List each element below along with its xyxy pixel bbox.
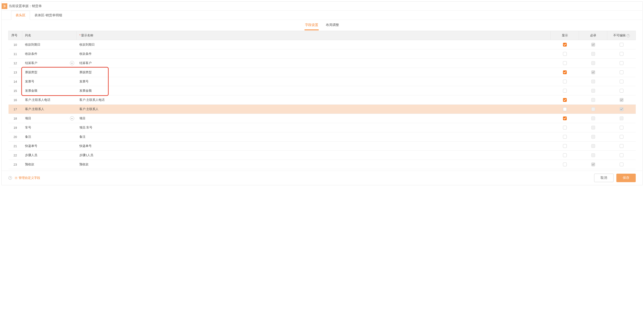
cell-show [551,160,579,169]
cell-noedit [608,68,636,77]
checkbox-show[interactable] [563,126,567,130]
cell-seq: 13 [8,68,22,77]
cell-required [579,132,608,142]
help-icon[interactable]: ? [8,176,12,180]
cell-colname: 结算客户+ [22,58,76,68]
cell-display-name[interactable]: 备注 [76,132,551,142]
checkbox-noedit[interactable] [620,80,624,84]
cell-display-name[interactable]: 票据类型 [76,68,551,77]
checkbox-required [591,126,595,130]
table-row: 11收款条件收款条件 [8,50,636,58]
manage-custom-fields-label: 管理自定义字段 [19,176,40,180]
checkbox-show[interactable] [563,116,567,120]
checkbox-noedit[interactable] [620,126,624,130]
checkbox-show[interactable] [563,89,567,92]
checkbox-show[interactable] [563,162,567,166]
cell-colname: 票据类型 [22,68,76,77]
cell-show [551,40,579,50]
cell-display-name[interactable]: 预收款 [76,160,551,169]
cell-colname: 项目+ [22,114,76,123]
checkbox-required [591,107,595,111]
checkbox-required [591,98,595,102]
cell-seq: 19 [8,123,22,132]
table-row: 13票据类型票据类型 [8,68,636,77]
cell-show [551,50,579,58]
cell-required [579,142,608,151]
cell-display-name[interactable]: 结算客户 [76,58,551,68]
checkbox-noedit[interactable] [620,43,624,46]
checkbox-noedit[interactable] [620,153,624,157]
cell-noedit [608,40,636,50]
cell-seq: 14 [8,77,22,86]
checkbox-show[interactable] [563,144,567,148]
cell-seq: 12 [8,58,22,68]
checkbox-show[interactable] [563,107,567,111]
cell-display-name[interactable]: 发票号 [76,77,551,86]
checkbox-show[interactable] [563,80,567,84]
checkbox-noedit[interactable] [620,135,624,139]
cell-display-name[interactable]: 项目.车号 [76,123,551,132]
cell-noedit [608,132,636,142]
cancel-button[interactable]: 取消 [594,174,614,182]
table-row: 23预收款预收款 [8,160,636,169]
subtab-0[interactable]: 字段设置 [304,20,319,30]
chevron-right-icon [3,5,6,8]
col-name-header: 列名 [22,31,76,40]
col-display-header: *显示名称 [76,31,551,40]
gear-icon [14,176,18,180]
cell-show [551,105,579,114]
cell-display-name[interactable]: 收款到期日 [76,40,551,50]
checkbox-show[interactable] [563,135,567,139]
checkbox-show[interactable] [563,43,567,46]
checkbox-show[interactable] [563,153,567,157]
cell-colname: 步骤人员 [22,151,76,160]
cell-required [579,96,608,105]
checkbox-show[interactable] [563,98,567,102]
checkbox-noedit [620,116,624,120]
manage-custom-fields-link[interactable]: 管理自定义字段 [14,176,40,180]
table-row: 14发票号发票号 [8,77,636,86]
cell-display-name[interactable]: 项目 [76,114,551,123]
cell-display-name[interactable]: 快递单号 [76,142,551,151]
cell-colname: 客户.主联系人电话 [22,96,76,105]
cell-required [579,86,608,96]
checkbox-noedit[interactable] [620,89,624,92]
help-icon[interactable]: ? [626,34,630,37]
checkbox-noedit[interactable] [620,70,624,74]
footer-bar: ? 管理自定义字段 取消 保存 [2,170,642,185]
add-icon[interactable]: + [70,61,74,65]
checkbox-show[interactable] [563,61,567,65]
save-button[interactable]: 保存 [616,174,636,182]
cell-colname: 备注 [22,132,76,142]
tabs-row: 表头区表体区-销货单明细 [2,10,642,20]
table-body: 10收款到期日收款到期日11收款条件收款条件12结算客户+结算客户13票据类型票… [8,40,636,169]
table-row: 20备注备注 [8,132,636,142]
checkbox-required [591,52,595,56]
add-icon[interactable]: + [70,116,74,120]
checkbox-noedit[interactable] [620,144,624,148]
checkbox-noedit[interactable] [620,61,624,65]
cell-colname: 收款到期日 [22,40,76,50]
tab-1[interactable]: 表体区-销货单明细 [30,11,66,20]
checkbox-show[interactable] [563,52,567,56]
checkbox-noedit [620,107,624,111]
cell-required [579,50,608,58]
cell-display-name[interactable]: 客户.主联系人 [76,105,551,114]
cell-display-name[interactable]: 收款条件 [76,50,551,58]
table-row: 15发票金额发票金额 [8,86,636,96]
checkbox-required [591,135,595,139]
expand-toggle[interactable] [2,3,7,9]
checkbox-noedit[interactable] [620,52,624,56]
cell-display-name[interactable]: 发票金额 [76,86,551,96]
cell-show [551,77,579,86]
cell-seq: 23 [8,160,22,169]
checkbox-show[interactable] [563,70,567,74]
subtab-1[interactable]: 布局调整 [325,20,340,30]
cell-display-name[interactable]: 步骤1人员 [76,151,551,160]
checkbox-noedit[interactable] [620,162,624,166]
tab-0[interactable]: 表头区 [11,11,30,20]
cell-required [579,160,608,169]
cell-required [579,58,608,68]
cell-colname: 收款条件 [22,50,76,58]
cell-display-name[interactable]: 客户.主联系人电话 [76,96,551,105]
